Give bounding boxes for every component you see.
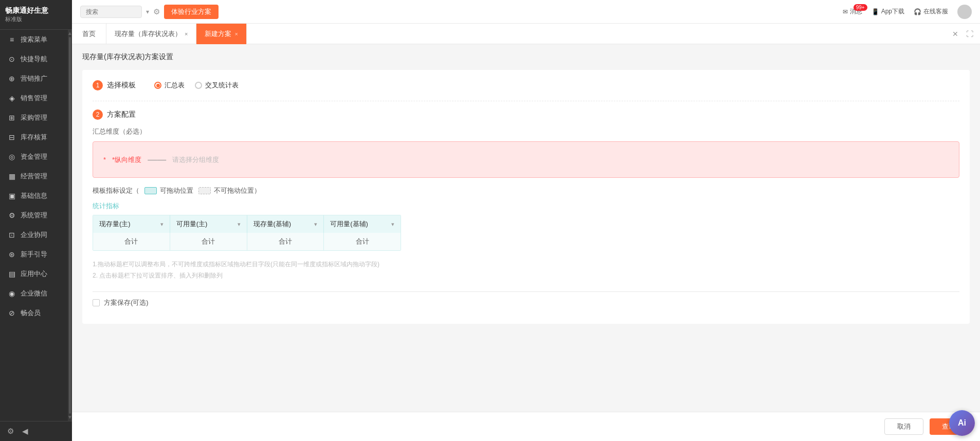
radio-cross-label: 交叉统计表: [205, 81, 239, 90]
sidebar-item-purchase[interactable]: ⊞采购管理: [0, 108, 68, 127]
tab-close-inventory-status[interactable]: ×: [185, 31, 188, 37]
dropdown-arrow-icon[interactable]: ▾: [146, 8, 149, 15]
nav-label-quick-nav: 快捷导航: [21, 54, 47, 64]
indicator-settings-label: 模板指标设定（: [93, 186, 139, 195]
sidebar-scrollbar[interactable]: ▲ ▼: [68, 30, 72, 421]
sidebar-item-newbie[interactable]: ⊛新手引导: [0, 245, 68, 264]
audio-icon[interactable]: ◀: [22, 427, 28, 436]
nav-label-inventory: 库存核算: [21, 133, 47, 142]
nav-icon-company: ⊡: [7, 230, 16, 240]
sidebar-item-member[interactable]: ⊘畅会员: [0, 303, 68, 323]
tab-label-new-plan: 新建方案: [205, 29, 231, 39]
action-bar: 取消 查询: [72, 412, 980, 441]
sidebar-item-business[interactable]: ▦经营管理: [0, 167, 68, 186]
nav-label-company: 企业协同: [21, 230, 47, 240]
select-dimension-placeholder[interactable]: 请选择分组维度: [172, 155, 219, 164]
scroll-down-arrow[interactable]: ▼: [67, 415, 72, 420]
stats-table-header: 现存量(主)▾可用量(主)▾现存量(基辅)▾可用量(基辅)▾: [93, 215, 401, 233]
vertical-dim-label: *纵向维度: [112, 155, 141, 164]
nav-icon-system: ⚙: [7, 211, 16, 220]
settings-icon[interactable]: ⚙: [7, 427, 14, 436]
sidebar-item-app-center[interactable]: ▤应用中心: [0, 264, 68, 284]
sidebar-item-system[interactable]: ⚙系统管理: [0, 206, 68, 225]
step2-badge: 2: [93, 109, 103, 120]
col-label-col2: 可用量(主): [176, 219, 208, 229]
required-dimension-area: * *纵向维度 —— 请选择分组维度: [93, 141, 959, 178]
non-draggable-legend-box: [198, 187, 211, 194]
tip-item-1: 2. 点击标题栏下拉可设置排序、插入列和删除列: [93, 270, 959, 282]
ai-button[interactable]: Ai: [949, 410, 975, 436]
sidebar-item-search-menu[interactable]: ≡搜索菜单: [0, 30, 68, 49]
settings-icon[interactable]: ⚙: [153, 7, 160, 16]
tab-close-new-plan[interactable]: ×: [234, 31, 238, 37]
summary-dimension-label: 汇总维度（必选）: [93, 127, 959, 136]
tips-section: 1.拖动标题栏可以调整布局，不可跨维度或指标区域拖动栏目字段(只能在同一维度或指…: [93, 259, 959, 281]
stats-col-col3[interactable]: 现存量(基辅)▾: [247, 215, 324, 233]
col-label-col3: 现存量(基辅): [253, 219, 292, 229]
indicator-settings: 模板指标设定（ 可拖动位置 不可拖动位置） 统计指标 现存量(主): [93, 186, 959, 251]
stats-col-col2[interactable]: 可用量(主)▾: [170, 215, 247, 233]
tab-label-home: 首页: [82, 29, 96, 39]
sidebar-item-finance[interactable]: ◎资金管理: [0, 147, 68, 167]
stats-table: 现存量(主)▾可用量(主)▾现存量(基辅)▾可用量(基辅)▾ 合计合计合计合计: [93, 215, 401, 251]
nav-icon-member: ⊘: [7, 308, 16, 318]
tab-new-plan[interactable]: 新建方案×: [196, 24, 246, 44]
tab-close-btn[interactable]: ✕: [949, 28, 961, 40]
save-option-row: 方案保存(可选): [93, 291, 959, 314]
sidebar-item-marketing[interactable]: ⊕营销推广: [0, 69, 68, 88]
nav-label-search-menu: 搜索菜单: [21, 35, 47, 44]
step1-badge: 1: [93, 80, 103, 90]
trial-button[interactable]: 体验行业方案: [164, 5, 219, 19]
sidebar-footer: ⚙ ◀: [0, 421, 72, 441]
stats-cell-col3: 合计: [247, 233, 324, 250]
app-download-button[interactable]: 📱 App下载: [872, 7, 904, 16]
stats-col-col1[interactable]: 现存量(主)▾: [93, 215, 170, 233]
stats-col-col4[interactable]: 可用量(基辅)▾: [324, 215, 401, 233]
tip-item-0: 1.拖动标题栏可以调整布局，不可跨维度或指标区域拖动栏目字段(只能在同一维度或指…: [93, 259, 959, 270]
save-label: 方案保存(可选): [104, 298, 149, 307]
col-chevron-col4: ▾: [391, 221, 394, 228]
sidebar: 畅康通好生意 标准版 ≡搜索菜单⊙快捷导航⊕营销推广◈销售管理⊞采购管理⊟库存核…: [0, 0, 72, 441]
app-logo: 畅康通好生意 标准版: [0, 0, 72, 30]
tab-controls: ✕ ⛶: [949, 28, 980, 40]
message-icon: ✉: [843, 8, 848, 15]
nav-label-sales: 销售管理: [21, 94, 47, 103]
topbar-right: ✉ 消息 99+ 📱 App下载 🎧 在线客服: [843, 5, 972, 19]
sidebar-item-sales[interactable]: ◈销售管理: [0, 88, 68, 108]
sidebar-item-quick-nav[interactable]: ⊙快捷导航: [0, 49, 68, 69]
sidebar-item-company[interactable]: ⊡企业协同: [0, 225, 68, 245]
tab-home[interactable]: 首页: [72, 24, 106, 44]
content-area: 现存量(库存状况表)方案设置 1 选择模板 汇总表 交叉统计表: [72, 44, 980, 412]
stats-section-label: 统计指标: [93, 201, 959, 211]
sidebar-item-inventory[interactable]: ⊟库存核算: [0, 127, 68, 147]
avatar[interactable]: [957, 5, 972, 19]
tab-inventory-status[interactable]: 现存量（库存状况表）×: [106, 24, 196, 44]
draggable-legend-label: 可拖动位置: [160, 186, 193, 195]
sidebar-item-basic-info[interactable]: ▣基础信息: [0, 186, 68, 206]
save-checkbox[interactable]: [93, 299, 100, 306]
app-download-label: App下载: [881, 7, 904, 16]
vertical-dimension-row: * *纵向维度 —— 请选择分组维度: [103, 154, 949, 165]
scroll-up-arrow[interactable]: ▲: [67, 31, 72, 36]
radio-cross[interactable]: 交叉统计表: [195, 81, 239, 90]
radio-summary[interactable]: 汇总表: [154, 81, 185, 90]
stats-table-body: 合计合计合计合计: [93, 233, 401, 250]
nav-icon-business: ▦: [7, 172, 16, 181]
nav-icon-marketing: ⊕: [7, 74, 16, 83]
sidebar-item-wechat[interactable]: ◉企业微信: [0, 284, 68, 303]
step1-header: 1 选择模板 汇总表 交叉统计表: [93, 80, 959, 90]
nav-label-member: 畅会员: [21, 308, 41, 318]
service-button[interactable]: 🎧 在线客服: [914, 7, 948, 16]
scroll-track: [69, 37, 71, 414]
tab-expand-btn[interactable]: ⛶: [964, 28, 976, 40]
nav-label-purchase: 采购管理: [21, 113, 47, 122]
nav-label-system: 系统管理: [21, 211, 47, 220]
topbar-left: ▾ ⚙ 体验行业方案: [80, 5, 837, 19]
cancel-button[interactable]: 取消: [884, 418, 923, 435]
nav-icon-search-menu: ≡: [7, 35, 16, 44]
search-input[interactable]: [80, 6, 142, 18]
radio-summary-circle: [154, 82, 161, 89]
dash-separator: ——: [148, 154, 166, 165]
radio-summary-label: 汇总表: [165, 81, 185, 90]
message-button[interactable]: ✉ 消息 99+: [843, 7, 862, 16]
